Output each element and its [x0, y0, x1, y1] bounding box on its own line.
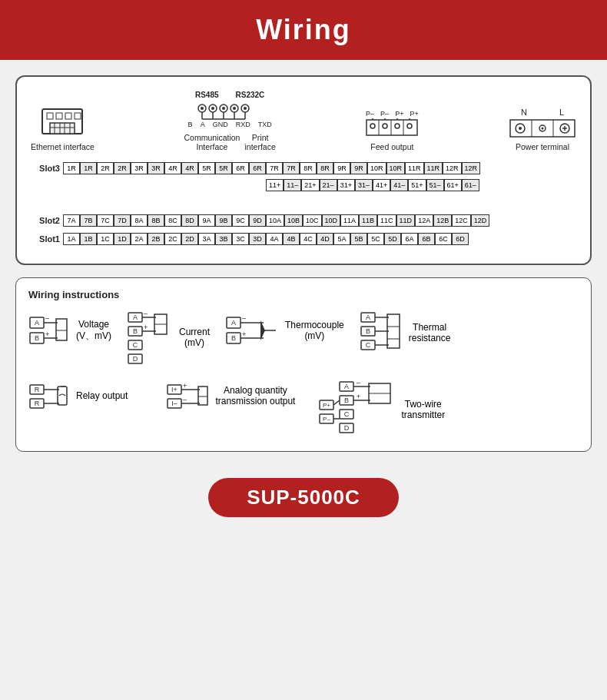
slot3-cell: 7R — [283, 162, 300, 174]
svg-text:+: + — [183, 382, 187, 390]
slot3-cell: 1R — [63, 162, 80, 174]
svg-text:+: + — [357, 393, 360, 400]
slot3-cells-row1: 1R 1R 2R 2R 3R 3R 4R 4R 5R 5R 6R 6R 7R 7… — [63, 162, 480, 174]
slot3-area: Slot3 1R 1R 2R 2R 3R 3R 4R 4R 5R 5R 6R 6… — [31, 162, 576, 191]
slot3-cell: 11R — [405, 162, 424, 174]
slot2-cell: 11B — [359, 214, 377, 227]
svg-text:B: B — [231, 334, 236, 342]
slot3-cell-r2: 41– — [390, 179, 408, 191]
thermocouple-diagram: A B – + Thermocouple(mV) — [225, 310, 344, 351]
svg-point-45 — [542, 128, 544, 130]
thermocouple-icon: A B – + — [225, 310, 279, 351]
slot2-cell: 11C — [377, 214, 396, 227]
slot1-cell: 3A — [198, 233, 215, 245]
svg-point-34 — [407, 124, 412, 128]
thermocouple-label: Thermocouple(mV) — [285, 320, 344, 341]
slot1-cell: 4B — [283, 233, 300, 245]
slot2-cell: 12D — [471, 214, 490, 227]
slot3-label: Slot3 — [31, 164, 60, 173]
pin-rxd: RXD — [236, 121, 250, 128]
slot1-cell: 2D — [181, 233, 198, 245]
slot-section: Slot3 1R 1R 2R 2R 3R 3R 4R 4R 5R 5R 6R 6… — [31, 162, 576, 245]
slot2-cell: 12C — [452, 214, 471, 227]
slot3-cells-row2: 11+ 11– 21+ 21– 31+ 31– 41+ 41– 51+ 51– … — [266, 179, 479, 191]
svg-text:C: C — [365, 341, 370, 349]
current-label: Current(mV) — [179, 327, 210, 348]
current-icon: A B C D – + — [127, 310, 173, 365]
power-n-label: N — [521, 108, 527, 117]
feed-p-minus1: P– — [366, 110, 374, 118]
slot1-cell: 5A — [333, 233, 350, 245]
slot3-row2: 11+ 11– 21+ 21– 31+ 31– 41+ 41– 51+ 51– … — [63, 179, 576, 191]
feed-p-minus2: P– — [380, 110, 389, 118]
ethernet-label: Ethernet interface — [31, 142, 95, 151]
slot3-cell-r2: 11+ — [266, 179, 284, 191]
svg-text:+: + — [45, 330, 49, 338]
svg-point-12 — [201, 107, 204, 110]
svg-text:P+: P+ — [323, 402, 330, 409]
svg-point-31 — [370, 124, 375, 128]
svg-rect-7 — [47, 113, 53, 119]
slot1-cell: 5D — [384, 233, 401, 245]
slot3-cell-r2: 51+ — [408, 179, 426, 191]
svg-text:+: + — [242, 330, 246, 338]
wiring-diagram-box: Ethernet interface RS485 RS232C — [15, 75, 592, 265]
slot3-cell: 8R — [317, 162, 333, 174]
feed-p-plus2: P+ — [410, 110, 418, 118]
thermal-resistance-diagram: A B C Thermalresistance — [360, 310, 451, 356]
ethernet-icon — [39, 108, 85, 140]
slot1-cell: 4C — [300, 233, 317, 245]
svg-point-43 — [519, 127, 522, 130]
svg-text:D: D — [344, 424, 350, 432]
relay-diagram: R R Relay output — [28, 379, 128, 413]
slot3-cell: 1R — [80, 162, 97, 174]
slot3-cell: 6R — [232, 162, 249, 174]
slot3-cell: 3R — [131, 162, 148, 174]
svg-point-32 — [383, 124, 387, 128]
slot2-cell: 8D — [181, 214, 198, 227]
relay-label: Relay output — [76, 390, 128, 401]
slot3-cell: 5R — [215, 162, 232, 174]
slot2-row: Slot2 7A 7B 7C 7D 8A 8B 8C 8D 9A 9B 9C 9… — [31, 214, 576, 227]
thermal-resistance-label: Thermalresistance — [409, 322, 451, 343]
slot1-cell: 6C — [435, 233, 452, 245]
slot1-cell: 6B — [418, 233, 435, 245]
thermal-resistance-icon: A B C — [360, 310, 403, 356]
slot2-cell: 7B — [80, 214, 97, 227]
pin-gnd: GND — [213, 121, 228, 128]
slot3-cell: 10R — [386, 162, 406, 174]
slot3-cell: 10R — [367, 162, 386, 174]
slot2-cell: 10D — [322, 214, 341, 227]
svg-point-16 — [222, 107, 225, 110]
svg-text:A: A — [35, 319, 39, 327]
feed-output-icon — [365, 118, 419, 140]
power-labels: N L — [521, 108, 564, 117]
power-l-label: L — [559, 108, 564, 117]
svg-point-33 — [395, 124, 400, 128]
slot3-cell-r2: 31+ — [337, 179, 355, 191]
pin-txd: TXD — [258, 121, 272, 128]
svg-text:A: A — [231, 319, 236, 327]
comm-label1: CommunicationInterface — [184, 133, 240, 151]
slot3-cell-r2: 41+ — [373, 179, 390, 191]
slot1-cell: 2B — [148, 233, 164, 245]
pin-a: A — [201, 121, 205, 128]
page-header: Wiring — [0, 0, 607, 60]
svg-text:–: – — [144, 310, 148, 317]
current-diagram: A B C D – + Current(mV) — [127, 310, 210, 365]
comm-label2: Printinterface — [244, 133, 275, 151]
voltage-icon: A B – + — [28, 310, 70, 351]
slot2-cell: 10C — [303, 214, 322, 227]
slot3-cell-r2: 51– — [426, 179, 444, 191]
instructions-box: Wiring instructions A B – + — [15, 277, 592, 452]
slot2-cell: 9B — [215, 214, 232, 227]
slot1-cell: 2A — [131, 233, 148, 245]
svg-rect-92 — [387, 314, 400, 348]
slot3-cell: 11R — [424, 162, 443, 174]
svg-text:B: B — [35, 334, 39, 342]
connector-row: Ethernet interface RS485 RS232C — [31, 91, 576, 154]
svg-text:–: – — [183, 396, 187, 403]
slot2-label: Slot2 — [31, 216, 60, 225]
slot3-cell: 6R — [249, 162, 266, 174]
feed-output-label: Feed output — [370, 142, 413, 151]
